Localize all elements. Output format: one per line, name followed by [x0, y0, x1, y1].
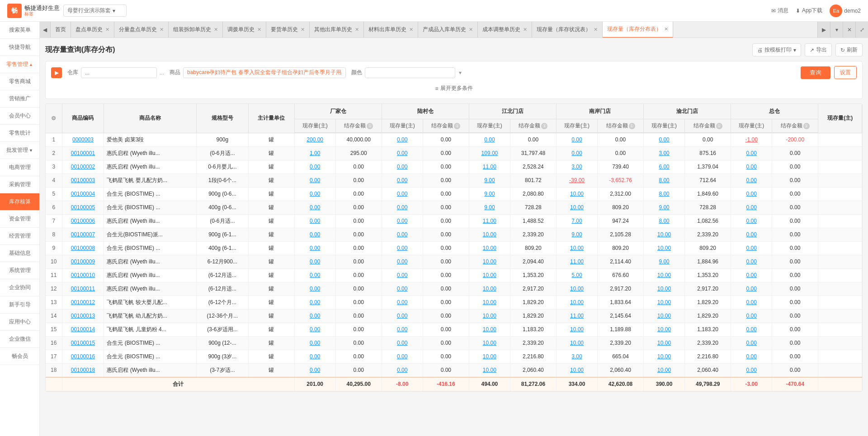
z-qty-link[interactable]: 0.00	[746, 164, 757, 170]
tab-close-all-btn[interactable]: ✕	[843, 22, 855, 38]
tab-transfer[interactable]: 调拨单历史 ✕	[223, 22, 266, 38]
store-selector[interactable]: 母婴行业演示陈套 ▾	[63, 5, 127, 17]
f-amt-info[interactable]: ①	[367, 123, 373, 129]
s-qty-link[interactable]: 9.00	[571, 231, 582, 238]
tab-costadjust[interactable]: 成本调整单历史 ✕	[478, 22, 532, 38]
s-qty-link[interactable]: -39.00	[569, 177, 585, 183]
sidebar-item-wechat[interactable]: 企业微信	[0, 331, 39, 348]
f-qty-link[interactable]: 0.00	[310, 164, 320, 170]
code-link[interactable]: 00100011	[71, 286, 95, 292]
s-amt-info[interactable]: ①	[629, 123, 635, 129]
j-amt-info[interactable]: ①	[541, 123, 547, 129]
s-qty-link[interactable]: 3.00	[571, 164, 582, 170]
code-link[interactable]: 00100010	[71, 272, 95, 278]
s-qty-link[interactable]: 10.00	[570, 191, 584, 197]
tab-transfer-close[interactable]: ✕	[257, 27, 261, 33]
f-qty-link[interactable]: 0.00	[310, 272, 320, 278]
f-qty-link[interactable]: 0.00	[310, 218, 320, 224]
j-qty-link[interactable]: 10.00	[483, 258, 496, 265]
f-qty-link[interactable]: 0.00	[310, 313, 320, 319]
l-qty-link[interactable]: 0.00	[397, 286, 407, 292]
l-qty-link[interactable]: 0.00	[397, 272, 407, 278]
f-qty-link[interactable]: 0.00	[310, 286, 320, 292]
sidebar-item-retail[interactable]: 零售管理 ▲	[0, 56, 39, 73]
l-qty-link[interactable]: 0.00	[397, 326, 407, 333]
code-link[interactable]: 00100016	[71, 353, 95, 360]
y-qty-link[interactable]: 10.00	[657, 272, 671, 278]
y-qty-link[interactable]: 10.00	[657, 326, 671, 333]
code-link[interactable]: 00100009	[71, 258, 95, 265]
code-link[interactable]: 00100006	[71, 218, 95, 224]
l-qty-link[interactable]: 0.00	[397, 231, 407, 238]
z-qty-link[interactable]: 0.00	[746, 299, 757, 305]
sidebar-item-finance[interactable]: 资金管理	[0, 211, 39, 228]
code-link[interactable]: 00100003	[71, 177, 95, 183]
settings-btn[interactable]: 设置	[834, 66, 857, 79]
s-qty-link[interactable]: 3.00	[571, 353, 582, 360]
tab-stockdist[interactable]: 现存量（库存分布表） ✕	[603, 22, 673, 38]
sidebar-item-search[interactable]: 搜索英单	[0, 22, 39, 39]
j-qty-link[interactable]: 10.00	[483, 231, 496, 238]
s-qty-link[interactable]: 10.00	[570, 299, 584, 305]
l-qty-link[interactable]: 0.00	[397, 136, 407, 143]
l-qty-link[interactable]: 0.00	[397, 177, 407, 183]
query-btn[interactable]: 查询	[801, 66, 830, 79]
s-qty-link[interactable]: 10.00	[570, 326, 584, 333]
j-qty-link[interactable]: 10.00	[483, 367, 496, 373]
y-qty-link[interactable]: 10.00	[657, 299, 671, 305]
z-qty-link[interactable]: 0.00	[746, 258, 757, 265]
code-link[interactable]: 00100005	[71, 204, 95, 211]
code-link[interactable]: 00100014	[71, 326, 95, 333]
z-qty-link[interactable]: 0.00	[746, 286, 757, 292]
f-qty-link[interactable]: 0.00	[310, 231, 320, 238]
sidebar-item-ecommerce[interactable]: 电商管理	[0, 159, 39, 176]
tab-home[interactable]: 首页	[51, 22, 71, 38]
f-qty-link[interactable]: 1.00	[310, 150, 320, 156]
s-qty-link[interactable]: 5.00	[571, 272, 582, 278]
code-link[interactable]: 00100008	[71, 245, 95, 251]
z-qty-link[interactable]: 0.00	[746, 218, 757, 224]
tab-expand-btn[interactable]: ⤢	[855, 22, 868, 38]
tab-materialout-close[interactable]: ✕	[409, 27, 413, 33]
tab-otherout-close[interactable]: ✕	[355, 27, 359, 33]
z-qty-link[interactable]: 0.00	[746, 272, 757, 278]
l-qty-link[interactable]: 0.00	[397, 313, 407, 319]
code-link[interactable]: 00100007	[71, 231, 95, 238]
y-qty-link[interactable]: 8.00	[659, 218, 669, 224]
f-qty-link[interactable]: 0.00	[310, 367, 320, 373]
tab-combo[interactable]: 组装拆卸单历史 ✕	[169, 22, 223, 38]
z-qty-link[interactable]: 0.00	[746, 177, 757, 183]
sidebar-item-marketing[interactable]: 营销推广	[0, 90, 39, 108]
app-download-btn[interactable]: ⬇ App下载	[796, 7, 822, 14]
tab-stockstatus[interactable]: 现存量（库存状况表） ✕	[532, 22, 603, 38]
tab-request[interactable]: 要货单历史 ✕	[266, 22, 310, 38]
code-link[interactable]: 00100018	[71, 367, 95, 373]
s-qty-link[interactable]: 10.00	[570, 245, 584, 251]
y-qty-link[interactable]: 6.00	[659, 164, 669, 170]
z-qty-link[interactable]: -1.00	[745, 136, 758, 143]
code-link[interactable]: 00100004	[71, 191, 95, 197]
tab-production-close[interactable]: ✕	[469, 27, 473, 33]
z-qty-link[interactable]: 0.00	[746, 326, 757, 333]
sidebar-item-basic[interactable]: 基础信息	[0, 245, 39, 262]
y-qty-link[interactable]: 0.00	[659, 136, 669, 143]
s-qty-link[interactable]: 11.00	[570, 313, 584, 319]
tab-combo-close[interactable]: ✕	[214, 27, 218, 33]
z-qty-link[interactable]: 0.00	[746, 340, 757, 346]
l-qty-link[interactable]: 0.00	[397, 367, 407, 373]
tab-stockcheck[interactable]: 盘点单历史 ✕	[71, 22, 114, 38]
z-qty-link[interactable]: 0.00	[746, 231, 757, 238]
code-link[interactable]: 00100012	[71, 299, 95, 305]
y-qty-link[interactable]: 3.00	[659, 150, 669, 156]
y-qty-link[interactable]: 8.00	[659, 177, 669, 183]
j-qty-link[interactable]: 10.00	[483, 272, 496, 278]
s-qty-link[interactable]: 11.00	[570, 258, 584, 265]
j-qty-link[interactable]: 109.00	[481, 150, 498, 156]
tab-next-btn[interactable]: ▶	[817, 22, 830, 38]
j-qty-link[interactable]: 9.00	[484, 204, 495, 211]
sidebar-item-inventory[interactable]: 库存核算	[0, 193, 39, 211]
sidebar-item-quicknav[interactable]: 快捷导航	[0, 39, 39, 56]
j-qty-link[interactable]: 9.00	[484, 191, 495, 197]
z-qty-link[interactable]: 0.00	[746, 353, 757, 360]
y-amt-info[interactable]: ①	[716, 123, 722, 129]
